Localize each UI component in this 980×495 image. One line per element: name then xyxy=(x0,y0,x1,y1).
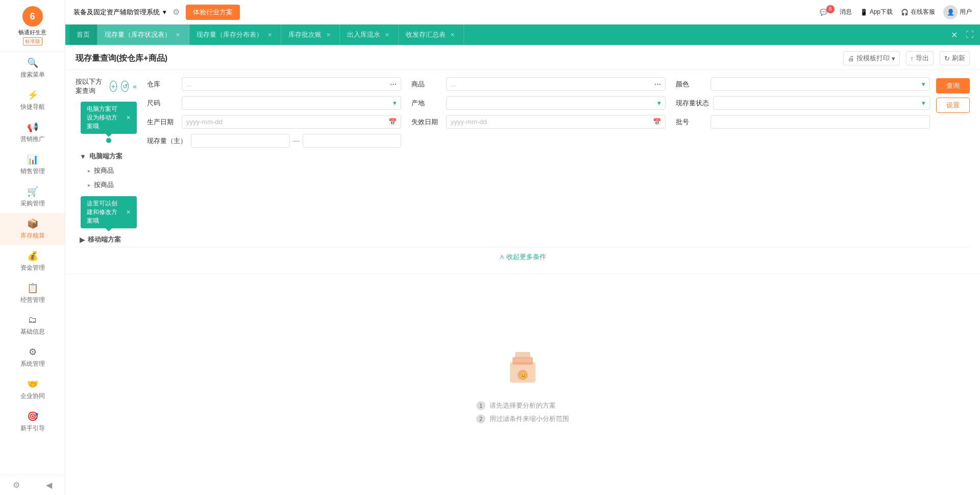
tip-number-2: 2 xyxy=(476,414,485,423)
sidebar-item-purchase[interactable]: 🛒 采购管理 xyxy=(0,181,65,213)
sidebar-item-search[interactable]: 🔍 搜索菜单 xyxy=(0,52,65,84)
batch-filter: 批号 xyxy=(676,115,930,129)
collapse-label: 收起更多条件 xyxy=(506,253,546,261)
empty-tips: 1 请先选择要分析的方案 2 用过滤条件来缩小分析范围 xyxy=(476,401,569,428)
settings-btn[interactable]: 设置 xyxy=(936,98,970,113)
tab-inout[interactable]: 出入库流水 ✕ xyxy=(340,25,399,45)
stock-status-select[interactable]: ▾ xyxy=(713,96,930,110)
color-select[interactable]: ▾ xyxy=(710,77,930,91)
tab-summary-close[interactable]: ✕ xyxy=(449,31,456,39)
sidebar-settings-btn[interactable]: ⚙ xyxy=(13,480,20,490)
user-label: 用户 xyxy=(960,8,972,16)
industry-btn[interactable]: 体验行业方案 xyxy=(186,5,240,20)
sidebar-item-nav[interactable]: ⚡ 快捷导航 xyxy=(0,84,65,116)
topbar-gear-icon[interactable]: ⚙ xyxy=(173,7,180,17)
prod-date-input[interactable]: yyyy-mm-dd 📅 xyxy=(182,115,401,129)
svg-text:😐: 😐 xyxy=(520,371,527,379)
tab-summary[interactable]: 收发存汇总表 ✕ xyxy=(399,25,464,45)
expiry-date-label: 失效日期 xyxy=(411,117,442,127)
sidebar-item-collab[interactable]: 🤝 企业协同 xyxy=(0,373,65,406)
stock-qty-min[interactable] xyxy=(191,134,290,148)
topbar-right: 💬 8 消息 📱 App下载 🎧 在线客服 👤 用户 xyxy=(820,5,972,19)
print-btn[interactable]: 🖨 按模板打印 ▾ xyxy=(843,51,900,65)
sidebar-item-sales[interactable]: 📊 销售管理 xyxy=(0,149,65,181)
size-select[interactable]: ▾ xyxy=(182,96,401,110)
online-service-btn[interactable]: 🎧 在线客服 xyxy=(901,8,935,16)
app-logo-icon: 6 xyxy=(22,6,43,27)
plan-item-icon: ▸ xyxy=(88,168,91,174)
sidebar-item-label: 采购管理 xyxy=(20,199,45,208)
filter-add-btn[interactable]: + xyxy=(110,81,117,92)
filter-refresh-btn[interactable]: ↺ xyxy=(121,81,129,92)
warehouse-select[interactable]: ... ⋯ xyxy=(182,77,401,91)
tooltip1-wrapper: 电脑方案可设为移动方案哦 ✕ xyxy=(81,102,137,134)
tabbar-right-actions: ✕ ⛶ xyxy=(949,28,976,42)
sidebar-item-label: 新手引导 xyxy=(20,424,45,433)
sidebar-item-basic[interactable]: 🗂 基础信息 xyxy=(0,310,65,341)
tab-stock-dist[interactable]: 现存量（库存分布表） ✕ xyxy=(189,25,281,45)
tabbar-expand-btn[interactable]: ⛶ xyxy=(964,28,976,41)
sidebar-item-inventory[interactable]: 📦 库存核算 xyxy=(0,213,65,245)
system-icon: ⚙ xyxy=(29,346,37,358)
expiry-date-calendar-icon: 📅 xyxy=(653,118,661,126)
sidebar-item-label: 营销推广 xyxy=(20,135,45,144)
expiry-date-input[interactable]: yyyy-mm-dd 📅 xyxy=(446,115,666,129)
goods-select[interactable]: ... ⋯ xyxy=(446,77,666,91)
tab-stock-dist-close[interactable]: ✕ xyxy=(266,31,274,39)
collapse-bar[interactable]: ∧ 收起更多条件 xyxy=(76,247,970,267)
tip-2-text: 用过滤条件来缩小分析范围 xyxy=(489,414,569,423)
stock-qty-max[interactable] xyxy=(303,134,402,148)
print-dropdown-icon: ▾ xyxy=(892,55,895,62)
sidebar-item-label: 经营管理 xyxy=(20,296,45,304)
system-selector[interactable]: 装备及固定资产辅助管理系统 ▾ xyxy=(74,8,166,17)
tab-stock-status-close[interactable]: ✕ xyxy=(174,31,182,39)
app-download-btn[interactable]: 📱 App下载 xyxy=(860,8,893,16)
collapse-icon: ∧ xyxy=(499,253,505,261)
plan-desktop[interactable]: ▼ 电脑端方案 xyxy=(76,149,137,163)
color-dropdown-icon: ▾ xyxy=(922,80,925,88)
tooltip1-text: 电脑方案可设为移动方案哦 xyxy=(87,105,123,131)
plan-mobile[interactable]: ▶ 移动端方案 xyxy=(76,232,137,247)
export-btn[interactable]: ↑ 导出 xyxy=(906,51,934,65)
message-btn[interactable]: 💬 8 消息 xyxy=(820,8,852,16)
origin-select[interactable]: ▾ xyxy=(446,96,666,110)
tab-batch[interactable]: 库存批次账 ✕ xyxy=(281,25,340,45)
refresh-btn[interactable]: ↻ 刷新 xyxy=(940,51,970,65)
batch-input[interactable] xyxy=(710,115,930,129)
sidebar-item-system[interactable]: ⚙ 系统管理 xyxy=(0,341,65,373)
sidebar-item-label: 基础信息 xyxy=(20,327,45,336)
sidebar-item-guide[interactable]: 🎯 新手引导 xyxy=(0,406,65,438)
origin-dropdown-icon: ▾ xyxy=(657,99,661,107)
user-btn[interactable]: 👤 用户 xyxy=(943,5,972,19)
tabbar-close-all-btn[interactable]: ✕ xyxy=(949,28,960,42)
prod-date-calendar-icon: 📅 xyxy=(388,118,397,126)
page-header: 现存量查询(按仓库+商品) 🖨 按模板打印 ▾ ↑ 导出 ↻ 刷新 xyxy=(65,45,980,70)
size-label: 尺码 xyxy=(147,99,178,108)
tooltip2-close-btn[interactable]: ✕ xyxy=(126,209,131,216)
finance-icon: 💰 xyxy=(27,250,38,262)
plan-desktop-item2[interactable]: ▸ 按商品 xyxy=(76,178,137,192)
stock-qty-sep: — xyxy=(293,137,300,145)
stock-status-filter: 现存量状态 ▾ xyxy=(676,96,930,110)
stock-qty-range: — xyxy=(191,134,401,148)
tooltip1-close-btn[interactable]: ✕ xyxy=(126,114,131,121)
filter-row1: 仓库 ... ⋯ 商品 ... ⋯ xyxy=(147,77,930,91)
sidebar-item-marketing[interactable]: 📢 营销推广 xyxy=(0,116,65,149)
search-btn[interactable]: 查询 xyxy=(936,78,970,93)
tab-inout-close[interactable]: ✕ xyxy=(383,31,391,39)
user-avatar: 👤 xyxy=(943,5,958,19)
filter-back-btn[interactable]: « xyxy=(133,82,137,90)
more-options-icon: ⋯ xyxy=(390,80,397,88)
tab-batch-label: 库存批次账 xyxy=(288,30,322,39)
sidebar-item-finance[interactable]: 💰 资金管理 xyxy=(0,245,65,277)
refresh-label: 刷新 xyxy=(952,54,965,63)
plan-desktop-label: 电脑端方案 xyxy=(89,152,122,161)
tab-home[interactable]: 首页 xyxy=(69,25,97,45)
color-filter: 颜色 ▾ xyxy=(676,77,930,91)
sidebar-collapse-btn[interactable]: ◀ xyxy=(46,480,52,490)
sidebar-item-management[interactable]: 📋 经营管理 xyxy=(0,277,65,310)
tab-stock-status[interactable]: 现存量（库存状况表） ✕ xyxy=(97,25,189,45)
tab-batch-close[interactable]: ✕ xyxy=(325,31,332,39)
plan-desktop-item1[interactable]: ▸ 按商品 xyxy=(76,163,137,178)
management-icon: 📋 xyxy=(27,282,38,294)
